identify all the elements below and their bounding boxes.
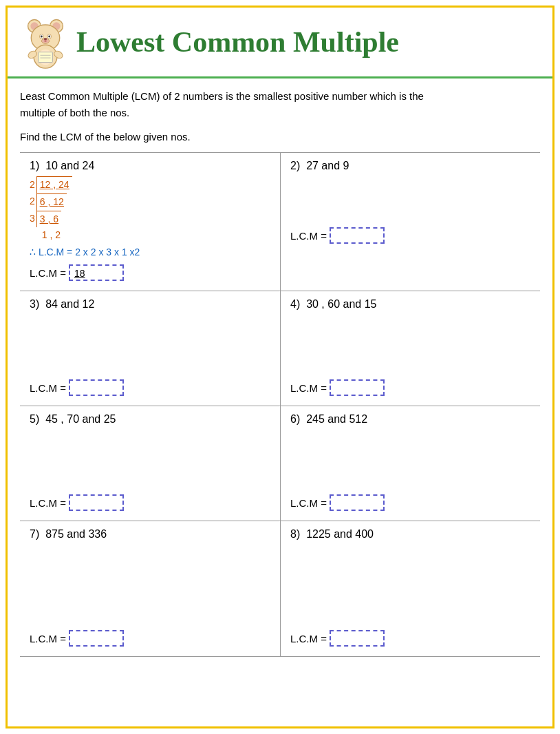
div-line-2: 2 6 , 12 [30, 193, 270, 211]
problem-cell-4: 4) 30 , 60 and 15 L.C.M = [280, 291, 540, 406]
problem-cell-1: 1) 10 and 24 2 12 , 24 2 6 , 12 3 3 , 6 [20, 153, 280, 291]
lcm-row-2: L.C.M = [290, 227, 530, 244]
answer-box-5[interactable] [69, 494, 124, 511]
lcm-row-1: L.C.M = 18 [30, 264, 270, 281]
outer-border: Lowest Common Multiple Least Common Mult… [6, 6, 554, 728]
problem-8-label: 8) 1225 and 400 [290, 528, 530, 541]
page-title: Lowest Common Multiple [76, 25, 399, 59]
div-line-4: 1 , 2 [30, 227, 270, 244]
problem-cell-5: 5) 45 , 70 and 25 L.C.M = [20, 406, 280, 521]
lcm-row-7: L.C.M = [30, 630, 270, 647]
instruction: Find the LCM of the below given nos. [20, 131, 540, 143]
div-line-3: 3 3 , 6 [30, 211, 270, 228]
answer-box-8[interactable] [330, 630, 385, 647]
lcm-row-3: L.C.M = [30, 379, 270, 396]
problem-2-label: 2) 27 and 9 [290, 160, 530, 172]
problem-3-label: 3) 84 and 12 [30, 298, 270, 311]
header: Lowest Common Multiple [8, 8, 552, 78]
problem-cell-6: 6) 245 and 512 L.C.M = [280, 406, 540, 521]
description: Least Common Multiple (LCM) of 2 numbers… [20, 88, 540, 121]
problem-1-label: 1) 10 and 24 [30, 160, 270, 172]
svg-point-7 [41, 36, 43, 38]
lcm-row-6: L.C.M = [290, 494, 530, 511]
problem-cell-8: 8) 1225 and 400 L.C.M = [280, 521, 540, 657]
svg-rect-16 [39, 52, 53, 63]
problem-4-label: 4) 30 , 60 and 15 [290, 298, 530, 311]
answer-box-1[interactable]: 18 [69, 264, 124, 281]
problem-5-label: 5) 45 , 70 and 25 [30, 413, 270, 426]
lcm-formula: ∴ L.C.M = 2 x 2 x 3 x 1 x2 [30, 247, 270, 258]
problem-6-label: 6) 245 and 512 [290, 413, 530, 426]
svg-point-11 [44, 38, 47, 40]
answer-box-2[interactable] [330, 227, 385, 244]
answer-box-6[interactable] [330, 494, 385, 511]
div-line-1: 2 12 , 24 [30, 176, 270, 193]
problems-grid: 1) 10 and 24 2 12 , 24 2 6 , 12 3 3 , 6 [20, 152, 540, 657]
svg-point-8 [48, 36, 50, 38]
answer-box-4[interactable] [330, 379, 385, 396]
bear-icon [21, 14, 69, 70]
answer-box-7[interactable] [69, 630, 124, 647]
content-area: Least Common Multiple (LCM) of 2 numbers… [8, 78, 552, 657]
lcm-row-5: L.C.M = [30, 494, 270, 511]
problem-cell-7: 7) 875 and 336 L.C.M = [20, 521, 280, 657]
answer-box-3[interactable] [69, 379, 124, 396]
problem-7-label: 7) 875 and 336 [30, 528, 270, 541]
lcm-row-8: L.C.M = [290, 630, 530, 647]
problem-cell-3: 3) 84 and 12 L.C.M = [20, 291, 280, 406]
problem-cell-2: 2) 27 and 9 L.C.M = [280, 153, 540, 291]
lcm-row-4: L.C.M = [290, 379, 530, 396]
svg-point-10 [44, 40, 47, 42]
division-work: 2 12 , 24 2 6 , 12 3 3 , 6 1 , 2 [30, 176, 270, 244]
